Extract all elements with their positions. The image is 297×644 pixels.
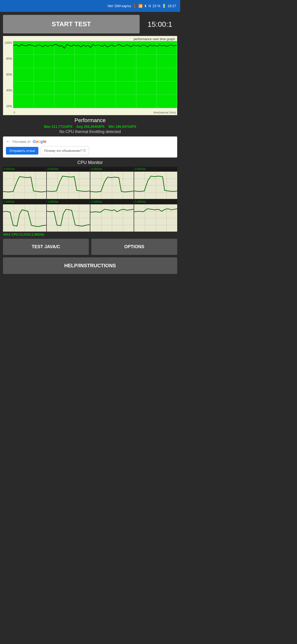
battery-icon: 🔋	[162, 4, 166, 8]
min-stat: Min 196,947GIPS	[109, 124, 136, 128]
cpu-cell-3: 0.55GHz	[134, 167, 177, 199]
cpu-cell-0: 0.55GHz	[3, 167, 46, 199]
cpu-freq-2: 0.55GHz	[91, 168, 102, 170]
perf-line-svg	[13, 41, 177, 108]
cpu-freq-1: 0.55GHz	[48, 168, 58, 170]
ad-banner: ← Реклама от Google Отправить отзыв Поче…	[3, 136, 177, 158]
performance-section: Performance Max 211,771GIPS Avg 206,264G…	[3, 117, 177, 134]
y-axis-labels: 100% 80% 60% 40% 20%	[3, 41, 13, 108]
cpu-cell-7: 1.54GHz	[134, 200, 177, 232]
graph-area	[13, 41, 177, 108]
bottom-spacer	[3, 276, 177, 296]
perf-stats-row: Max 211,771GIPS Avg 206,264GIPS Min 196,…	[3, 124, 177, 128]
cpu-monitor-section: CPU Monitor 0.55GHz 0.	[3, 160, 177, 236]
ad-top-row: ← Реклама от Google	[6, 139, 174, 144]
clock: 18:27	[168, 4, 176, 8]
sim-text: Нет SIM-карты	[107, 4, 131, 8]
wifi-icon: 📶	[138, 4, 143, 8]
y-20: 20%	[4, 104, 12, 108]
cpu-freq-5: 1.84GHz	[48, 200, 58, 203]
google-logo: Google	[33, 140, 46, 144]
cpu-line-5	[47, 204, 90, 232]
options-button[interactable]: OPTIONS	[91, 239, 177, 255]
start-test-button[interactable]: START TEST	[3, 15, 140, 34]
max-clock-label: MAX CPU CLOCK:2.86GHz	[3, 232, 177, 236]
cpu-line-0	[3, 172, 46, 199]
bottom-buttons-row: TEST JAVA/C OPTIONS	[3, 239, 177, 255]
cpu-line-7	[134, 204, 177, 232]
throttle-text: No CPU thermal throttling detected	[3, 130, 177, 134]
cpu-grid: 0.55GHz 0.55GHz	[3, 167, 177, 232]
nfc-icon: N	[148, 4, 151, 8]
zero-label: 0	[13, 111, 15, 114]
download-icon: ⬇	[144, 4, 147, 8]
cpu-line-2	[90, 172, 134, 199]
cpu-freq-6: 1.54GHz	[91, 200, 102, 203]
cpu-freq-4: 1.84GHz	[4, 200, 14, 203]
status-bar: Нет SIM-карты 📵 📶 ⬇ N 23 % 🔋 18:27	[0, 0, 180, 12]
performance-title: Performance	[3, 117, 177, 124]
y-60: 60%	[4, 73, 12, 76]
cpu-line-6	[90, 204, 134, 232]
info-icon: ⓘ	[83, 148, 86, 153]
y-80: 80%	[4, 57, 12, 60]
cpu-freq-3: 0.55GHz	[135, 168, 146, 170]
top-row: START TEST 15:00:1	[3, 15, 177, 34]
cpu-cell-2: 0.55GHz	[90, 167, 134, 199]
test-java-c-button[interactable]: TEST JAVA/C	[3, 239, 89, 255]
battery-text: 23 %	[152, 4, 160, 8]
cpu-cell-5: 1.84GHz	[47, 200, 90, 232]
cpu-line-4	[3, 204, 46, 232]
max-stat: Max 211,771GIPS	[44, 124, 72, 128]
why-ad-button[interactable]: Почему это объявление? ⓘ	[41, 146, 89, 155]
help-instructions-button[interactable]: HELP/INSTRUCTIONS	[3, 257, 177, 274]
cpu-monitor-title: CPU Monitor	[3, 160, 177, 165]
performance-graph: performance over time graph 100% 80% 60%…	[3, 36, 177, 115]
feedback-button[interactable]: Отправить отзыв	[6, 147, 38, 154]
graph-title: performance over time graph	[134, 37, 175, 41]
x-axis-label: time(interval 2min)	[154, 111, 176, 114]
cpu-freq-7: 1.54GHz	[135, 200, 146, 203]
ad-back-button[interactable]: ←	[6, 139, 10, 144]
avg-stat: Avg 206,264GIPS	[76, 124, 105, 128]
ad-from-label: Реклама от	[12, 140, 31, 144]
timer-display: 15:00:1	[143, 20, 177, 28]
cpu-freq-0: 0.55GHz	[4, 168, 14, 170]
main-content: START TEST 15:00:1 performance over time…	[0, 12, 180, 299]
sim-icon: 📵	[133, 4, 137, 8]
y-100: 100%	[4, 41, 12, 44]
cpu-cell-1: 0.55GHz	[47, 167, 90, 199]
cpu-line-3	[134, 172, 177, 199]
cpu-cell-6: 1.54GHz	[90, 200, 134, 232]
ad-buttons-row: Отправить отзыв Почему это объявление? ⓘ	[6, 146, 174, 155]
y-40: 40%	[4, 89, 12, 92]
cpu-line-1	[47, 172, 90, 199]
cpu-cell-4: 1.84GHz	[3, 200, 46, 232]
